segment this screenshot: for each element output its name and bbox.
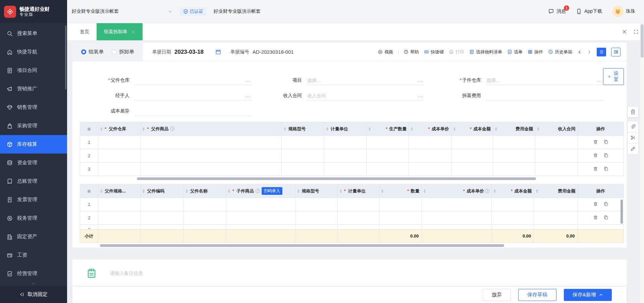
parent-table-hscrollbar[interactable] <box>80 177 627 181</box>
help-icon[interactable]: ? <box>256 189 260 193</box>
sidebar-item-tax[interactable]: 税务管理 <box>0 209 67 227</box>
table-row-clipped[interactable]: 3 <box>80 225 624 229</box>
sidebar-item-invoice[interactable]: 发票管理 <box>0 190 67 209</box>
col-child-product[interactable]: *子件商品?扫码录入 <box>226 184 296 198</box>
history-docs-button[interactable]: 历史单据 <box>548 49 572 55</box>
cell[interactable] <box>183 198 226 211</box>
cell[interactable] <box>367 136 409 149</box>
delete-row-button[interactable] <box>593 215 598 220</box>
sort-icon[interactable] <box>495 127 498 131</box>
cell[interactable] <box>493 136 535 149</box>
delete-row-button[interactable] <box>593 153 598 158</box>
tab-assembly-order[interactable]: 组装拆卸单 <box>97 23 143 40</box>
view-list-toggle[interactable] <box>597 48 606 56</box>
cell[interactable] <box>282 149 324 163</box>
parent-warehouse-input[interactable] <box>134 76 252 85</box>
cell[interactable] <box>226 211 296 225</box>
messages-button[interactable]: 消息 1 <box>548 8 566 14</box>
operations-button[interactable]: 操作 <box>528 49 543 55</box>
cell[interactable] <box>324 149 366 163</box>
sort-icon[interactable] <box>143 189 145 193</box>
cell[interactable] <box>98 149 141 163</box>
cell[interactable] <box>422 211 492 225</box>
sort-icon[interactable] <box>340 189 342 193</box>
col-unit[interactable]: 计量单位 <box>324 122 366 136</box>
sort-icon[interactable] <box>494 189 496 193</box>
side-tool-clipboard-button[interactable] <box>627 106 639 118</box>
cell[interactable] <box>141 198 183 211</box>
account-book-select[interactable]: 好业财专业版演示帐套 <box>72 8 172 14</box>
cell[interactable] <box>295 211 337 225</box>
cell[interactable] <box>226 198 296 211</box>
sidebar-item-inventory[interactable]: 库存核算 <box>0 135 67 154</box>
select-bom-button[interactable]: 选择物料清单 <box>469 49 502 55</box>
calendar-icon[interactable] <box>215 49 221 55</box>
sort-icon[interactable] <box>143 127 145 131</box>
copy-row-button[interactable] <box>603 166 608 171</box>
doc-no-input[interactable] <box>253 49 313 55</box>
cost-diff-input[interactable] <box>134 107 252 116</box>
sidebar-item-business-mgmt[interactable]: 经营管理 <box>0 264 67 281</box>
cell[interactable] <box>409 163 451 176</box>
cell[interactable] <box>324 163 366 176</box>
cell[interactable] <box>422 198 492 211</box>
col-cost-amount[interactable]: *成本金额 <box>491 184 534 198</box>
cell[interactable] <box>282 136 324 149</box>
more-button[interactable]: ··· <box>245 79 251 83</box>
cell[interactable] <box>534 211 578 225</box>
more-button[interactable]: ··· <box>418 94 423 99</box>
copy-row-button[interactable] <box>603 139 608 144</box>
save-and-new-button[interactable]: 保存&新增 <box>564 289 612 301</box>
sidebar-item-search-menu[interactable]: 搜索菜单 <box>0 24 67 43</box>
col-fee-amount[interactable]: 费用金额 <box>493 122 535 136</box>
discard-button[interactable]: 放弃 <box>483 289 511 301</box>
app-download-button[interactable]: App下载 <box>576 8 602 14</box>
settings-button[interactable]: 设置 <box>603 68 624 85</box>
col-unit[interactable]: *计量单位 <box>337 184 379 198</box>
cell[interactable] <box>141 136 282 149</box>
sidebar-item-fixed-assets[interactable]: 固定资产 <box>0 227 67 246</box>
column-settings-button[interactable] <box>80 122 98 136</box>
radio-assembly-order[interactable]: 组装单 <box>81 49 104 55</box>
cell[interactable] <box>379 198 422 211</box>
sort-icon[interactable] <box>536 189 539 193</box>
sort-icon[interactable] <box>326 127 329 131</box>
sort-icon[interactable] <box>100 127 103 131</box>
delete-row-button[interactable] <box>593 202 598 207</box>
cell[interactable] <box>535 149 578 163</box>
cell[interactable] <box>98 136 141 149</box>
child-warehouse-input[interactable] <box>486 76 603 85</box>
delete-row-button[interactable] <box>593 139 598 144</box>
more-button[interactable]: ··· <box>597 79 602 83</box>
copy-row-button[interactable] <box>603 153 608 158</box>
select-order-button[interactable]: 选单 <box>507 49 523 55</box>
cell[interactable] <box>491 198 534 211</box>
copy-row-button[interactable] <box>603 215 608 220</box>
help-button[interactable]: 帮助 <box>404 49 419 55</box>
col-parent-code[interactable]: 父件编码 <box>141 184 183 198</box>
more-button[interactable]: ··· <box>418 79 423 83</box>
sort-icon[interactable] <box>369 127 371 131</box>
col-cost-amount[interactable]: *成本金额 <box>451 122 493 136</box>
table-row[interactable]: 1 <box>80 198 624 211</box>
next-doc-button[interactable] <box>587 50 592 54</box>
cell[interactable] <box>535 136 578 149</box>
cell[interactable] <box>295 198 337 211</box>
prev-doc-button[interactable] <box>577 50 582 54</box>
child-table-vscrollbar[interactable] <box>621 200 623 224</box>
window-vscrollbar[interactable] <box>640 23 644 303</box>
print-button[interactable]: 打印 <box>449 49 464 55</box>
sidebar-item-quick-nav[interactable]: 快捷导航 <box>0 43 67 61</box>
cell[interactable] <box>367 149 409 163</box>
cell[interactable] <box>493 149 535 163</box>
side-tool-signature-button[interactable] <box>627 143 639 155</box>
view-grid-toggle[interactable] <box>611 48 621 56</box>
sort-icon[interactable] <box>453 127 456 131</box>
col-parent-warehouse[interactable]: *父件仓库 <box>98 122 141 136</box>
cell[interactable] <box>141 163 282 176</box>
sort-icon[interactable] <box>228 189 231 193</box>
cell[interactable] <box>491 211 534 225</box>
video-button[interactable]: 视频 <box>378 49 393 55</box>
cell[interactable] <box>534 198 578 211</box>
doc-date-input[interactable] <box>174 49 212 55</box>
